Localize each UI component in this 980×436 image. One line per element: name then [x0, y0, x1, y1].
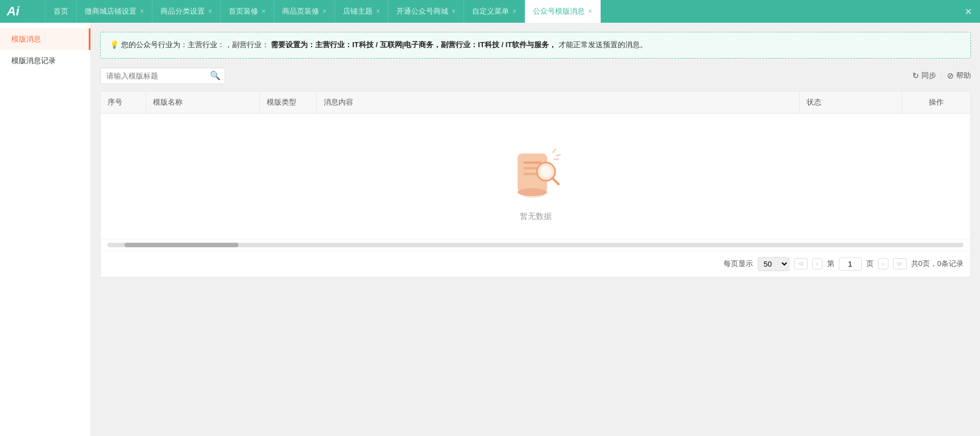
- tab-item-product-decor[interactable]: 商品页装修×: [274, 0, 335, 23]
- tab-item-store-theme[interactable]: 店铺主题×: [335, 0, 388, 23]
- tab-close-store-theme[interactable]: ×: [376, 8, 380, 15]
- svg-line-8: [552, 178, 559, 184]
- search-icon[interactable]: 🔍: [210, 70, 221, 81]
- notice-icon: 💡: [110, 40, 121, 49]
- tab-label: 店铺主题: [343, 6, 373, 16]
- sidebar: 模版消息模版消息记录: [0, 23, 91, 436]
- th-seq: 序号: [101, 92, 146, 113]
- svg-line-10: [553, 149, 556, 152]
- th-status: 状态: [800, 92, 902, 113]
- svg-point-2: [518, 188, 547, 196]
- sync-icon: ↻: [912, 71, 919, 80]
- table-wrap: 序号 模版名称 模版类型 消息内容 状态 操作: [100, 91, 971, 277]
- search-right: ↻ 同步 | ⊘ 帮助: [912, 70, 971, 81]
- tab-close-product-decor[interactable]: ×: [322, 8, 326, 15]
- search-left: 🔍: [100, 68, 225, 84]
- svg-rect-3: [523, 161, 541, 164]
- sidebar-item-template-msg-records[interactable]: 模版消息记录: [0, 50, 90, 72]
- notice-prefix: 您的公众号行业为：主营行业：，副营行业：: [121, 40, 269, 49]
- tab-close-shop-setting[interactable]: ×: [140, 8, 144, 15]
- page-label: 第: [827, 259, 834, 269]
- scrollbar-track[interactable]: [107, 243, 964, 247]
- th-content: 消息内容: [317, 92, 800, 113]
- tab-label: 首页: [53, 6, 68, 16]
- help-button[interactable]: ⊘ 帮助: [947, 70, 971, 81]
- page-last-button[interactable]: ⊳: [893, 258, 907, 269]
- page-suffix: 页: [866, 259, 874, 269]
- tab-label: 自定义菜单: [472, 6, 509, 16]
- empty-illustration: [502, 136, 570, 205]
- main-layout: 模版消息模版消息记录 💡 您的公众号行业为：主营行业：，副营行业： 需要设置为：…: [0, 23, 980, 436]
- sync-button[interactable]: ↻ 同步: [912, 70, 936, 81]
- page-prev-button[interactable]: ‹: [812, 258, 822, 269]
- notice-highlight: 需要设置为：主营行业：IT科技 / 互联网|电子商务，副营行业：IT科技 / I…: [271, 40, 556, 49]
- page-next-button[interactable]: ›: [878, 258, 888, 269]
- tab-bar: Ai 首页微商城店铺设置×商品分类设置×首页装修×商品页装修×店铺主题×开通公众…: [0, 0, 980, 23]
- tab-close-home-decor[interactable]: ×: [262, 8, 266, 15]
- total-info: 共0页，0条记录: [911, 259, 964, 269]
- page-size-label: 每页显示: [723, 259, 753, 269]
- search-input-wrap: 🔍: [100, 68, 225, 84]
- sidebar-item-template-msg[interactable]: 模版消息: [0, 28, 90, 50]
- tab-label: 微商城店铺设置: [85, 6, 137, 16]
- brand-logo: Ai: [0, 0, 46, 23]
- tab-label: 首页装修: [229, 6, 258, 16]
- th-action: 操作: [902, 92, 970, 113]
- notice-suffix: 才能正常发送预置的消息。: [559, 40, 647, 49]
- search-bar: 🔍 ↻ 同步 | ⊘ 帮助: [100, 68, 971, 84]
- svg-line-11: [556, 155, 560, 156]
- sidebar-items: 模版消息模版消息记录: [0, 28, 90, 72]
- tab-close-template-msg[interactable]: ×: [588, 8, 592, 15]
- tab-item-shop-setting[interactable]: 微商城店铺设置×: [77, 0, 152, 23]
- tab-item-home[interactable]: 首页: [46, 0, 77, 23]
- tab-item-home-decor[interactable]: 首页装修×: [221, 0, 274, 23]
- notice-banner: 💡 您的公众号行业为：主营行业：，副营行业： 需要设置为：主营行业：IT科技 /…: [100, 32, 971, 59]
- tab-label: 开通公众号商城: [396, 6, 448, 16]
- tab-close-open-mall[interactable]: ×: [452, 8, 456, 15]
- tab-item-custom-menu[interactable]: 自定义菜单×: [464, 0, 525, 23]
- help-label: 帮助: [956, 70, 971, 81]
- table-header: 序号 模版名称 模版类型 消息内容 状态 操作: [101, 92, 970, 114]
- tab-label: 公众号模版消息: [533, 6, 585, 16]
- tab-item-template-msg[interactable]: 公众号模版消息×: [525, 0, 601, 23]
- th-name: 模版名称: [146, 92, 260, 113]
- empty-state: 暂无数据: [101, 114, 970, 239]
- page-first-button[interactable]: ⊲: [794, 258, 808, 269]
- tab-item-category-setting[interactable]: 商品分类设置×: [152, 0, 221, 23]
- tabs-container: 首页微商城店铺设置×商品分类设置×首页装修×商品页装修×店铺主题×开通公众号商城…: [46, 0, 957, 23]
- page-size-select[interactable]: 102050100: [758, 257, 789, 271]
- svg-rect-4: [523, 167, 538, 169]
- scrollbar-thumb[interactable]: [125, 243, 238, 247]
- sync-label: 同步: [921, 70, 936, 81]
- page-input[interactable]: [839, 258, 862, 271]
- search-input[interactable]: [100, 68, 225, 84]
- tab-label: 商品页装修: [282, 6, 319, 16]
- scrollbar-row: [101, 239, 970, 251]
- divider: |: [941, 72, 942, 80]
- tab-close-custom-menu[interactable]: ×: [512, 8, 516, 15]
- th-type: 模版类型: [260, 92, 317, 113]
- tab-close-category-setting[interactable]: ×: [208, 8, 212, 15]
- content-area: 💡 您的公众号行业为：主营行业：，副营行业： 需要设置为：主营行业：IT科技 /…: [91, 23, 980, 436]
- tab-label: 商品分类设置: [160, 6, 205, 16]
- tab-item-open-mall[interactable]: 开通公众号商城×: [388, 0, 464, 23]
- help-icon: ⊘: [947, 71, 954, 80]
- svg-point-9: [541, 167, 545, 171]
- empty-text: 暂无数据: [520, 211, 552, 222]
- pagination-row: 每页显示 102050100 ⊲ ‹ 第 页 › ⊳ 共0页，0条记录: [101, 251, 970, 277]
- close-all-button[interactable]: ✕: [957, 6, 980, 17]
